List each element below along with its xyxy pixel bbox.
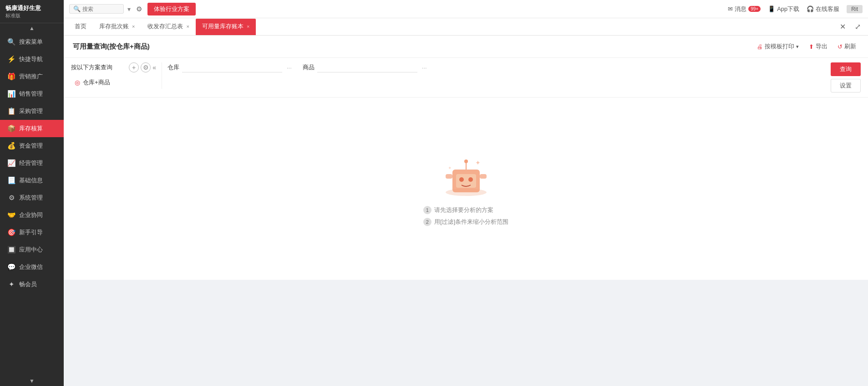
- product-label: 商品: [303, 63, 315, 72]
- sidebar-item-企业微信[interactable]: 💬企业微信: [0, 258, 64, 276]
- trial-btn[interactable]: 体验行业方案: [147, 3, 196, 15]
- sidebar-icon: 🤝: [7, 211, 15, 219]
- sidebar-item-系统管理[interactable]: ⚙系统管理: [0, 189, 64, 206]
- scheme-actions: + ⚙ «: [129, 62, 156, 72]
- tab-summary-label: 收发存汇总表: [147, 22, 183, 31]
- sidebar-item-搜索菜单[interactable]: 🔍搜索菜单: [0, 33, 64, 51]
- export-icon: ⬆: [809, 43, 814, 50]
- svg-point-6: [464, 160, 468, 163]
- print-dropdown-icon[interactable]: ▾: [796, 44, 799, 50]
- scheme-item-label: 仓库+商品: [83, 78, 110, 87]
- print-icon: 🖨: [757, 43, 763, 50]
- sidebar-item-label: 资金管理: [19, 142, 43, 150]
- scheme-item-warehouse-product[interactable]: ◎ 仓库+商品: [71, 76, 156, 89]
- settings-scheme-btn[interactable]: ⚙: [141, 62, 151, 72]
- online-service-label: 在线客服: [816, 5, 839, 13]
- collapse-scheme-btn[interactable]: «: [152, 64, 156, 71]
- tabbar: 首页 库存批次账 × 收发存汇总表 × 可用量库存账本 × ✕ ⤢: [64, 18, 868, 36]
- svg-rect-2: [456, 174, 476, 188]
- sidebar-item-label: 经营管理: [19, 159, 43, 167]
- product-more-icon[interactable]: ···: [420, 63, 429, 72]
- sidebar-item-label: 快捷导航: [19, 55, 43, 63]
- sidebar-icon: 📊: [7, 90, 15, 98]
- sidebar-item-应用中心[interactable]: 🔲应用中心: [0, 241, 64, 258]
- message-badge: 99+: [748, 6, 761, 12]
- page-header-actions: 🖨 按模板打印 ▾ ⬆ 导出 ↺ 刷新: [754, 41, 859, 52]
- sidebar-item-label: 企业微信: [19, 263, 43, 271]
- tab-home[interactable]: 首页: [68, 19, 93, 35]
- svg-rect-8: [480, 174, 487, 179]
- app-download-label: App下载: [777, 5, 799, 13]
- tab-available-qty-close[interactable]: ×: [247, 24, 249, 29]
- sidebar-item-label: 搜索菜单: [19, 38, 43, 46]
- sidebar-icon: 🔲: [7, 246, 15, 254]
- filter-scheme-header: 按以下方案查询 + ⚙ «: [71, 62, 156, 72]
- message-btn[interactable]: ✉ 消息 99+: [728, 5, 761, 13]
- online-service-btn[interactable]: 🎧 在线客服: [807, 5, 839, 13]
- query-btn[interactable]: 查询: [831, 62, 861, 76]
- sidebar-item-快捷导航[interactable]: ⚡快捷导航: [0, 51, 64, 68]
- sidebar-item-采购管理[interactable]: 📋采购管理: [0, 103, 64, 120]
- gear-icon[interactable]: ⚙: [134, 3, 144, 15]
- sidebar-item-库存核算[interactable]: 📦库存核算: [0, 120, 64, 137]
- tab-batch-account-close[interactable]: ×: [132, 24, 135, 29]
- sidebar-item-基础信息[interactable]: 📃基础信息: [0, 172, 64, 189]
- tab-batch-account[interactable]: 库存批次账 ×: [93, 19, 141, 35]
- sidebar-item-销售管理[interactable]: 📊销售管理: [0, 85, 64, 103]
- sidebar-item-资金管理[interactable]: 💰资金管理: [0, 137, 64, 154]
- sidebar-item-畅会员[interactable]: ✦畅会员: [0, 276, 64, 293]
- headset-icon: 🎧: [807, 5, 814, 12]
- sidebar-item-label: 基础信息: [19, 176, 43, 185]
- tab-summary-close[interactable]: ×: [186, 24, 189, 29]
- topbar-search-box[interactable]: 🔍: [69, 4, 124, 14]
- hint-text-2: 用[过滤]条件来缩小分析范围: [434, 218, 508, 226]
- hint-item-1: 1 请先选择要分析的方案: [423, 206, 508, 214]
- svg-text:✦: ✦: [475, 159, 481, 166]
- app-version: 标准版: [5, 12, 58, 19]
- filter-settings-btn[interactable]: 设置: [831, 79, 861, 93]
- tab-summary[interactable]: 收发存汇总表 ×: [141, 19, 195, 35]
- warehouse-input[interactable]: [182, 62, 282, 72]
- sidebar-scroll-up[interactable]: ▲: [0, 23, 64, 33]
- print-label: 按模板打印: [765, 42, 794, 51]
- print-btn[interactable]: 🖨 按模板打印 ▾: [754, 41, 802, 52]
- sidebar-item-label: 销售管理: [19, 90, 43, 98]
- app-download-btn[interactable]: 📱 App下载: [768, 5, 799, 13]
- svg-point-3: [459, 177, 464, 182]
- refresh-btn[interactable]: ↺ 刷新: [835, 41, 859, 52]
- topbar-right: ✉ 消息 99+ 📱 App下载 🎧 在线客服 Rit: [728, 5, 863, 13]
- svg-rect-7: [446, 174, 452, 179]
- sidebar-item-经营管理[interactable]: 📈经营管理: [0, 154, 64, 172]
- topbar: 🔍 ▾ ⚙ 体验行业方案 ✉ 消息 99+ 📱 App下载 🎧 在线客服 Rit: [64, 0, 868, 18]
- sidebar-item-label: 系统管理: [19, 194, 43, 202]
- sidebar-scroll-down[interactable]: ▼: [0, 376, 64, 386]
- scheme-item-icon: ◎: [75, 79, 80, 86]
- sidebar-item-营销推广[interactable]: 🎁营销推广: [0, 68, 64, 85]
- search-input[interactable]: [82, 6, 119, 12]
- product-input[interactable]: [317, 62, 417, 72]
- page-title: 可用量查询(按仓库+商品): [73, 42, 150, 51]
- sidebar-item-企业协同[interactable]: 🤝企业协同: [0, 206, 64, 224]
- empty-illustration: ✦ ✦: [439, 151, 493, 197]
- tab-close-btn[interactable]: ✕: [837, 21, 848, 33]
- warehouse-label: 仓库: [168, 63, 179, 72]
- hint-text-1: 请先选择要分析的方案: [434, 206, 493, 214]
- tab-expand-btn[interactable]: ⤢: [852, 21, 863, 33]
- sidebar-item-新手引导[interactable]: 🎯新手引导: [0, 224, 64, 241]
- refresh-label: 刷新: [844, 42, 856, 51]
- export-btn[interactable]: ⬆ 导出: [806, 41, 830, 52]
- page-content: 可用量查询(按仓库+商品) 🖨 按模板打印 ▾ ⬆ 导出 ↺ 刷新: [64, 36, 868, 386]
- sidebar-icon: ✦: [7, 280, 15, 288]
- app-name: 畅康通好生意: [5, 5, 58, 12]
- sidebar-menu: 🔍搜索菜单⚡快捷导航🎁营销推广📊销售管理📋采购管理📦库存核算💰资金管理📈经营管理…: [0, 33, 64, 376]
- empty-state: ✦ ✦ 1 请先选择要分析的方案 2 用[过滤]条件来缩小分析范围: [64, 98, 868, 280]
- search-dropdown-icon[interactable]: ▾: [127, 5, 131, 13]
- sidebar-icon: 🎁: [7, 72, 15, 81]
- tab-available-qty[interactable]: 可用量库存账本 ×: [196, 19, 256, 35]
- warehouse-more-icon[interactable]: ···: [285, 63, 294, 72]
- sidebar-item-label: 应用中心: [19, 246, 43, 254]
- user-avatar[interactable]: Rit: [847, 5, 863, 13]
- sidebar-item-label: 畅会员: [19, 280, 37, 288]
- add-scheme-btn[interactable]: +: [129, 62, 139, 72]
- app-logo: 畅康通好生意 标准版: [0, 0, 64, 23]
